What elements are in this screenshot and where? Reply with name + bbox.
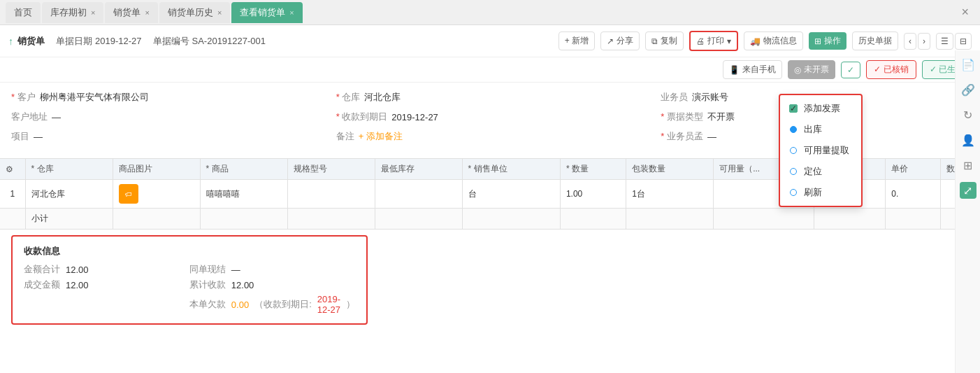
deal-row: 成交金额 12.00 — [24, 279, 173, 291]
copy-label: 复制 — [661, 35, 677, 47]
list-view-button[interactable]: ☰ — [936, 33, 953, 50]
tab-view-sales-close[interactable]: × — [289, 8, 294, 17]
payment-info-grid: 金额合计 12.00 同单现结 — 成交金额 12.00 累计收款 12.00 … — [24, 263, 355, 315]
radio-empty-icon — [790, 147, 797, 154]
copy-button[interactable]: ⧉ 复制 — [645, 31, 684, 50]
tab-home[interactable]: 首页 — [6, 2, 41, 23]
sidebar-expand-icon[interactable]: ⤢ — [960, 182, 977, 199]
from-phone-button[interactable]: 📱 来自手机 — [723, 60, 782, 79]
same-order-label: 同单现结 — [189, 263, 226, 276]
payment-date-value: 2019-12-27 — [391, 112, 438, 122]
row-spec — [287, 180, 375, 209]
new-button[interactable]: + 新增 — [559, 31, 595, 50]
tab-sales-history[interactable]: 销货单历史 × — [159, 2, 230, 23]
operate-dropdown: ✓ 添加发票 出库 可用量提取 定位 刷新 — [779, 94, 863, 207]
payment-info: 收款信息 金额合计 12.00 同单现结 — 成交金额 12.00 累计收款 1… — [11, 235, 368, 325]
print-button[interactable]: 🖨 打印 ▾ — [689, 31, 738, 51]
print-arrow: ▾ — [727, 36, 731, 46]
col-pack: 包装数量 — [626, 159, 714, 180]
add-invoice-label: 添加发票 — [804, 102, 840, 115]
operate-label: 操作 — [824, 35, 841, 47]
address-field: 客户地址 — — [11, 111, 319, 123]
notes-label: 备注 — [336, 130, 354, 143]
notes-field: 备注 + 添加备注 — [336, 130, 644, 143]
sidebar-user-icon[interactable]: 👤 — [960, 132, 977, 148]
copy-icon: ⧉ — [651, 36, 658, 46]
confirm-button[interactable]: ✓ — [841, 62, 860, 78]
dropdown-refresh[interactable]: 刷新 — [780, 182, 861, 203]
refresh-label: 刷新 — [804, 186, 822, 199]
tab-inventory-close[interactable]: × — [91, 8, 95, 17]
row-quantity: 1.00 — [560, 180, 626, 209]
row-min-stock — [375, 180, 462, 209]
dropdown-quantity-pick[interactable]: 可用量提取 — [780, 140, 861, 161]
tab-view-sales-label: 查看销货单 — [240, 6, 285, 19]
project-value: — — [34, 132, 43, 142]
share-button[interactable]: ↗ 分享 — [600, 31, 640, 50]
tab-sales-close[interactable]: × — [145, 8, 149, 17]
same-order-value: — — [231, 265, 240, 275]
tab-inventory-label: 库存期初 — [50, 6, 87, 19]
doc-no-label: 单据编号 — [153, 35, 189, 48]
subtotal-unit — [462, 209, 560, 230]
doc-date-value: 2019-12-27 — [95, 36, 142, 46]
payment-date-field: 收款到期日 2019-12-27 — [336, 111, 644, 123]
cumulative-label: 累计收款 — [189, 279, 226, 291]
warehouse-label: 仓库 — [336, 91, 361, 104]
col-unit: * 销售单位 — [462, 159, 560, 180]
quantity-pick-label: 可用量提取 — [804, 144, 849, 157]
col-product: * 商品 — [200, 159, 287, 180]
sidebar-refresh-icon[interactable]: ↻ — [960, 106, 977, 123]
dropdown-outbound[interactable]: 出库 — [780, 119, 861, 140]
radio-empty-icon-3 — [790, 189, 797, 196]
sub-toolbar: 📱 来自手机 ◎ 未开票 ✓ ✓ 已核销 ✓ 已生效 — [0, 57, 980, 83]
tab-inventory[interactable]: 库存期初 × — [42, 2, 103, 23]
not-open-button[interactable]: ◎ 未开票 — [788, 60, 835, 79]
doc-title: ↑ 销货单 — [8, 35, 45, 48]
subtotal-image — [113, 209, 200, 230]
customer-value: 柳州粤港平安气体有限公司 — [40, 91, 149, 104]
subtotal-min — [375, 209, 462, 230]
tab-sales-history-close[interactable]: × — [217, 8, 222, 17]
tab-view-sales[interactable]: 查看销货单 × — [231, 2, 302, 23]
doc-type-icon: ↑ — [8, 36, 13, 47]
dropdown-locate[interactable]: 定位 — [780, 161, 861, 182]
dropdown-add-invoice[interactable]: ✓ 添加发票 — [780, 98, 861, 119]
next-button[interactable]: › — [918, 33, 930, 50]
add-note-button[interactable]: + 添加备注 — [359, 130, 403, 143]
col-image: 商品图片 — [113, 159, 200, 180]
sold-button[interactable]: ✓ 已核销 — [866, 60, 916, 79]
operate-button[interactable]: ⊞ 操作 — [809, 32, 846, 50]
sidebar-link-icon[interactable]: 🔗 — [960, 81, 977, 98]
sidebar-doc-icon[interactable]: 📄 — [960, 56, 977, 73]
staff-value: 演示账号 — [692, 91, 728, 104]
sold-label: 已核销 — [884, 64, 909, 74]
tab-sales-history-label: 销货单历史 — [168, 6, 213, 19]
phone-icon: 📱 — [729, 65, 740, 75]
sales-staff-label: 业务员孟 — [661, 130, 703, 143]
sidebar-table-icon[interactable]: ⊞ — [960, 157, 977, 174]
payment-date-label: 收款到期日 — [336, 111, 388, 123]
not-open-label: 未开票 — [804, 64, 829, 76]
tab-sales[interactable]: 销货单 × — [105, 2, 157, 23]
subtotal-qty — [560, 209, 626, 230]
history-button[interactable]: 历史单据 — [852, 31, 898, 50]
subtotal-product — [200, 209, 287, 230]
locate-icon — [788, 167, 798, 176]
due-row: 本单欠款 0.00 （收款到期日: 2019-12-27 ） — [189, 294, 355, 315]
col-min-stock: 最低库存 — [375, 159, 462, 180]
app-close-button[interactable]: × — [956, 5, 974, 20]
address-label: 客户地址 — [11, 111, 48, 123]
tab-sales-label: 销货单 — [113, 6, 140, 19]
col-price: 单价 — [886, 159, 941, 180]
prev-button[interactable]: ‹ — [904, 33, 916, 50]
operate-icon: ⊞ — [814, 36, 821, 46]
col-quantity: * 数量 — [560, 159, 626, 180]
col-warehouse: * 仓库 — [25, 159, 113, 180]
grid-view-button[interactable]: ⊟ — [955, 33, 972, 50]
row-product: 嘻嘻嘻嘻 — [200, 180, 287, 209]
subtotal-spec — [287, 209, 375, 230]
subtotal-row: 小计 — [0, 209, 980, 230]
subtotal-pack — [626, 209, 714, 230]
logistics-button[interactable]: 🚚 物流信息 — [744, 31, 803, 50]
